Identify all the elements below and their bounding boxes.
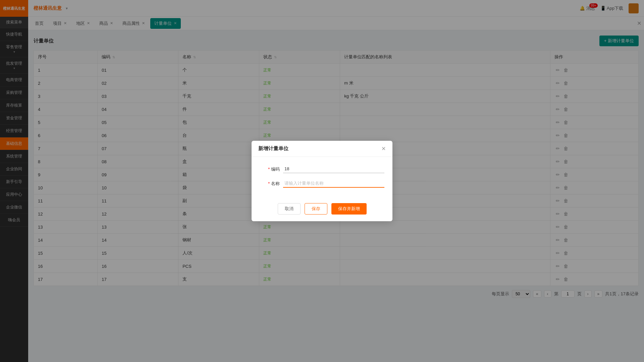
modal-body: 编码 名称 [252, 157, 392, 199]
modal-footer: 取消 保存 保存并新增 [252, 199, 392, 221]
modal-close-button[interactable]: ✕ [381, 145, 386, 152]
name-label: 名称 [260, 181, 280, 187]
form-row-code: 编码 [260, 165, 384, 173]
add-unit-modal: 新增计量单位 ✕ 编码 名称 取消 保存 保存并新增 [252, 141, 392, 221]
modal-overlay: 新增计量单位 ✕ 编码 名称 取消 保存 保存并新增 [0, 0, 644, 362]
modal-title: 新增计量单位 [258, 145, 288, 152]
modal-header: 新增计量单位 ✕ [252, 141, 392, 157]
form-row-name: 名称 [260, 179, 384, 188]
code-label: 编码 [260, 166, 280, 172]
name-input[interactable] [283, 179, 384, 188]
save-and-new-button[interactable]: 保存并新增 [331, 203, 367, 215]
cancel-button[interactable]: 取消 [278, 203, 301, 215]
code-input[interactable] [283, 165, 384, 173]
save-button[interactable]: 保存 [305, 203, 327, 215]
